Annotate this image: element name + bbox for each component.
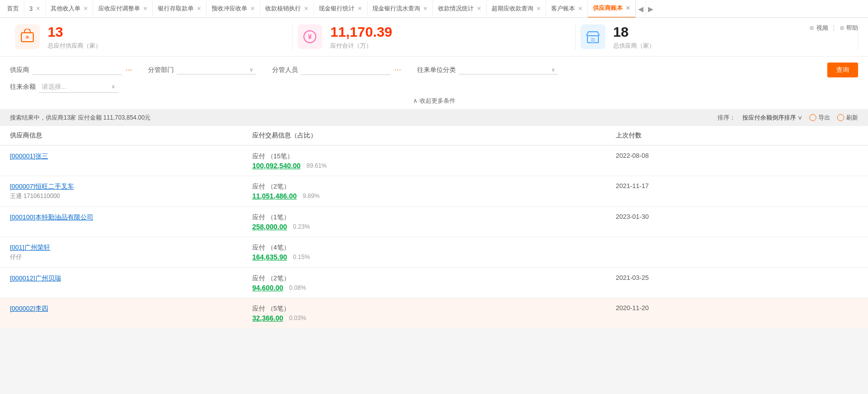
svg-text:¥: ¥: [308, 33, 312, 41]
filter-category-select[interactable]: ∨: [459, 66, 558, 74]
refresh-button[interactable]: 刷新: [837, 114, 858, 122]
last-pay-6: 2020-11-20: [616, 304, 858, 312]
supplier-info-3: [000100]本特勤油品有限公司: [10, 213, 252, 222]
top-right-links: ⊙ 视频 | ⊙ 帮助: [809, 24, 858, 32]
filter-supplier-input[interactable]: [32, 65, 122, 75]
supplier-link-5[interactable]: [000012]广州贝瑞: [10, 274, 252, 283]
sort-prefix: 排序：: [718, 114, 735, 122]
supplier-info-5: [000012]广州贝瑞: [10, 274, 252, 283]
nav-tab-customer-book[interactable]: 客户账本 ✕: [546, 0, 588, 18]
nav-tab-cash-flow[interactable]: 现金银行流水查询 ✕: [367, 0, 433, 18]
nav-tab-bank-deposit[interactable]: 银行存取款单 ✕: [153, 0, 207, 18]
nav-tab-bank-deposit-close[interactable]: ✕: [197, 5, 201, 12]
payable-pct-5: 0.08%: [289, 284, 306, 291]
nav-tab-3-close[interactable]: ✕: [36, 5, 40, 12]
nav-tab-adjustment[interactable]: 应收应付调整单 ✕: [93, 0, 153, 18]
sort-value[interactable]: 按应付余额倒序排序 ∨: [742, 114, 802, 122]
nav-tab-cash-bank-stat-close[interactable]: ✕: [358, 5, 362, 12]
nav-tab-receipt-stat-close[interactable]: ✕: [477, 5, 481, 12]
nav-tab-overdue-query-close[interactable]: ✕: [536, 5, 541, 12]
payable-amount-6[interactable]: 32,366.00: [252, 314, 283, 322]
export-button[interactable]: 导出: [809, 114, 830, 122]
table-row: [000100]本特勤油品有限公司 应付 （1笔） 258,000.00 0.2…: [0, 207, 868, 237]
supplier-link-3[interactable]: [000100]本特勤油品有限公司: [10, 213, 252, 222]
nav-tab-receipt-stat[interactable]: 收款情况统计 ✕: [433, 0, 487, 18]
filter-bar: 供应商 ··· 分管部门 ∨ 分管人员 ··· 往来单位分类 ∨: [0, 57, 868, 110]
summary-payable-total-text: 11,170.39 应付合计（万）: [330, 24, 392, 50]
payable-amount-2[interactable]: 11,051,486.00: [252, 192, 297, 200]
payable-suppliers-label: 总应付供应商（家）: [48, 42, 101, 50]
table-row: [001]广州荣轩 仔仔 应付 （4笔） 164,635.90 0.15%: [0, 237, 868, 268]
last-pay-1: 2022-08-08: [616, 152, 858, 159]
nav-tab-cash-flow-label: 现金银行流水查询: [372, 4, 420, 13]
filter-balance-select[interactable]: 请选择... ∨: [39, 81, 118, 93]
payable-info-4: 应付 （4笔） 164,635.90 0.15%: [252, 243, 616, 261]
nav-tab-receipt-verify[interactable]: 收款核销执行 ✕: [260, 0, 314, 18]
nav-left-arrow[interactable]: ◀: [636, 0, 646, 18]
nav-tab-supplier-book-close[interactable]: ✕: [626, 5, 630, 11]
filter-person-dots[interactable]: ···: [394, 66, 401, 74]
nav-tab-customer-book-close[interactable]: ✕: [578, 5, 582, 12]
nav-tab-prepay-close[interactable]: ✕: [250, 5, 255, 12]
nav-tab-prepay[interactable]: 预收冲应收单 ✕: [207, 0, 260, 18]
supplier-link-1[interactable]: [000001]张三: [10, 152, 252, 161]
filter-dept-select[interactable]: ∨: [177, 66, 256, 74]
help-link[interactable]: ⊙ 帮助: [840, 24, 858, 32]
table-row: [000007]恒旺二手叉车 王通 17106110000 应付 （2笔） 11…: [0, 176, 868, 207]
nav-tab-3-label: 3: [29, 5, 33, 12]
table-container: 供应商信息 应付交易信息（占比） 上次付数 [000001]张三 应付 （15笔…: [0, 126, 868, 328]
nav-tab-3[interactable]: 3 ✕: [24, 0, 46, 18]
last-pay-3: 2023-01-30: [616, 213, 858, 220]
nav-right-arrow[interactable]: ▶: [646, 0, 655, 18]
last-pay-2: 2021-11-17: [616, 182, 858, 190]
filter-person-input[interactable]: [301, 65, 390, 75]
payable-amount-4[interactable]: 164,635.90: [252, 253, 287, 261]
export-icon: [809, 114, 816, 121]
payable-suppliers-num: 13: [48, 24, 101, 41]
payable-amount-5[interactable]: 94,600.00: [252, 284, 283, 292]
supplier-info-6: [000002]李四: [10, 304, 252, 313]
nav-tab-prepay-label: 预收冲应收单: [212, 4, 247, 13]
nav-tab-cash-bank-stat-label: 现金银行统计: [319, 4, 355, 13]
refresh-icon: [837, 114, 844, 121]
nav-tab-receipt-verify-close[interactable]: ✕: [304, 5, 308, 12]
payable-total-icon: ¥: [297, 24, 322, 49]
summary-total-suppliers-text: 18 总供应商（家）: [613, 24, 655, 50]
nav-tab-bank-deposit-label: 银行存取款单: [158, 4, 194, 13]
supplier-link-4[interactable]: [001]广州荣轩: [10, 243, 252, 252]
payable-info-6: 应付 （5笔） 32,366.00 0.03%: [252, 304, 616, 322]
payable-amount-3[interactable]: 258,000.00: [252, 223, 287, 231]
filter-person-label: 分管人员: [272, 66, 298, 74]
payable-amount-1[interactable]: 100,092,540.00: [252, 162, 300, 170]
payable-info-1: 应付 （15笔） 100,092,540.00 89.61%: [252, 152, 616, 170]
supplier-info-4: [001]广州荣轩 仔仔: [10, 243, 252, 262]
nav-tab-adjustment-label: 应收应付调整单: [98, 4, 140, 13]
nav-tab-overdue-query[interactable]: 超期应收款查询 ✕: [487, 0, 546, 18]
table-header: 供应商信息 应付交易信息（占比） 上次付数: [0, 126, 868, 146]
query-button[interactable]: 查询: [827, 63, 858, 77]
filter-balance-label: 往来余额: [10, 82, 36, 91]
nav-tab-cash-bank-stat[interactable]: 现金银行统计 ✕: [314, 0, 367, 18]
total-suppliers-num: 18: [613, 24, 655, 41]
nav-tab-receipt-verify-label: 收款核销执行: [265, 4, 301, 13]
collapse-button[interactable]: ∧ 收起更多条件: [10, 97, 858, 105]
table-body: [000001]张三 应付 （15笔） 100,092,540.00 89.61…: [0, 146, 868, 328]
nav-tab-home-label: 首页: [7, 4, 19, 13]
summary-payable-total: ¥ 11,170.39 应付合计（万）: [292, 24, 575, 50]
sort-arrow-icon: ∨: [797, 114, 802, 121]
table-row: [000001]张三 应付 （15笔） 100,092,540.00 89.61…: [0, 146, 868, 176]
nav-tab-adjustment-close[interactable]: ✕: [143, 5, 147, 12]
supplier-link-6[interactable]: [000002]李四: [10, 304, 252, 313]
filter-supplier-dots[interactable]: ···: [126, 66, 132, 74]
nav-tab-supplier-book[interactable]: 供应商账本 ✕: [588, 0, 636, 18]
video-link[interactable]: ⊙ 视频: [809, 24, 828, 32]
nav-tab-other-income[interactable]: 其他收入单 ✕: [46, 0, 93, 18]
payable-total-num: 11,170.39: [330, 24, 392, 41]
supplier-link-2[interactable]: [000007]恒旺二手叉车: [10, 182, 252, 191]
filter-dept-label: 分管部门: [148, 66, 174, 74]
supplier-info-1: [000001]张三: [10, 152, 252, 161]
nav-tab-home[interactable]: 首页: [2, 0, 24, 18]
nav-tab-cash-flow-close[interactable]: ✕: [423, 5, 428, 12]
nav-tab-other-income-close[interactable]: ✕: [83, 5, 88, 12]
last-pay-5: 2021-03-25: [616, 274, 858, 281]
